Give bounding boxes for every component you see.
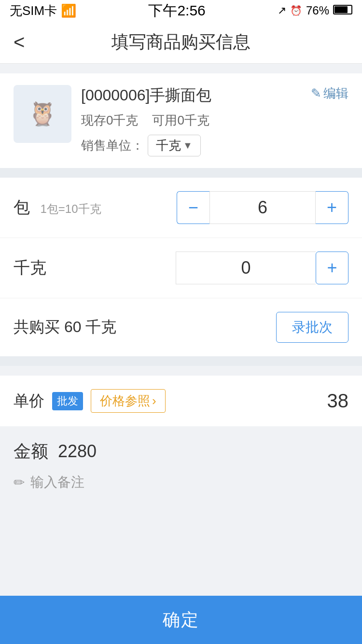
bao-label: 包 1包=10千克 — [14, 196, 177, 219]
unit-value: 千克 — [156, 137, 181, 154]
battery-icon — [333, 4, 352, 17]
kg-input-row: 千克 + — [0, 238, 362, 298]
product-card: 🦉 [0000006]手撕面包 现存0千克 可用0千克 销售单位： 千克 ▼ ✎… — [0, 73, 362, 168]
confirm-button[interactable]: 确定 — [0, 596, 362, 644]
stock-label: 现存0千克 — [81, 113, 138, 127]
product-info: [0000006]手撕面包 现存0千克 可用0千克 销售单位： 千克 ▼ — [81, 85, 348, 156]
price-badge: 批发 — [52, 392, 83, 410]
edit-label: 编辑 — [323, 85, 348, 102]
edit-icon: ✎ — [311, 86, 321, 101]
battery-label: 76% — [306, 4, 329, 17]
status-right: ↗ ⏰ 76% — [278, 4, 352, 17]
section-divider-1 — [0, 168, 362, 178]
amount-row: 金额 2280 — [14, 440, 348, 463]
edit-button[interactable]: ✎ 编辑 — [311, 85, 348, 102]
kg-input[interactable] — [176, 252, 316, 284]
note-label: 输入备注 — [30, 473, 84, 491]
price-label: 单价 — [14, 391, 44, 412]
product-stock: 现存0千克 可用0千克 — [81, 112, 348, 129]
note-row[interactable]: ✏ 输入备注 — [14, 473, 348, 491]
amount-label: 金额 — [14, 441, 48, 461]
carrier-label: 无SIM卡 — [10, 2, 57, 19]
page-title: 填写商品购买信息 — [111, 30, 251, 54]
pencil-icon: ✏ — [14, 475, 25, 490]
price-ref-label: 价格参照 — [100, 392, 150, 409]
bao-input[interactable] — [209, 191, 316, 224]
available-label: 可用0千克 — [152, 113, 209, 127]
price-value: 38 — [327, 390, 349, 412]
product-unit-row: 销售单位： 千克 ▼ — [81, 135, 348, 156]
section-divider-2 — [0, 356, 362, 366]
amount-section: 金额 2280 ✏ 输入备注 — [0, 426, 362, 499]
status-bar: 无SIM卡 📶 下午2:56 ↗ ⏰ 76% — [0, 0, 362, 21]
kg-controls: + — [176, 252, 348, 284]
unit-label: 销售单位： — [81, 137, 144, 154]
batch-button[interactable]: 录批次 — [276, 312, 348, 343]
kg-label-text: 千克 — [14, 258, 46, 277]
summary-row: 共购买 60 千克 录批次 — [0, 298, 362, 356]
bao-input-row: 包 1包=10千克 − + — [0, 178, 362, 238]
price-ref-button[interactable]: 价格参照 › — [91, 389, 166, 413]
location-icon: ↗ — [278, 4, 286, 17]
status-left: 无SIM卡 📶 — [10, 2, 76, 19]
alarm-icon: ⏰ — [290, 5, 302, 16]
price-section: 单价 批发 价格参照 › 38 — [0, 376, 362, 426]
kg-plus-button[interactable]: + — [316, 252, 348, 284]
bao-hint: 1包=10千克 — [40, 202, 101, 215]
price-left: 单价 批发 价格参照 › — [14, 389, 166, 413]
input-section: 包 1包=10千克 − + 千克 + — [0, 178, 362, 298]
summary-text: 共购买 60 千克 — [14, 317, 116, 338]
chevron-down-icon: ▼ — [183, 140, 193, 151]
amount-value: 2280 — [53, 441, 97, 461]
chevron-right-icon: › — [152, 393, 156, 408]
product-thumbnail: 🦉 — [14, 85, 71, 143]
bao-plus-button[interactable]: + — [316, 191, 348, 224]
product-name: [0000006]手撕面包 — [81, 85, 348, 106]
kg-label: 千克 — [14, 257, 176, 279]
bao-minus-button[interactable]: − — [177, 191, 209, 224]
bottom-spacer — [0, 499, 362, 557]
bao-label-text: 包 — [14, 198, 30, 216]
back-button[interactable]: < — [14, 31, 25, 53]
nav-bar: < 填写商品购买信息 — [0, 21, 362, 64]
time-label: 下午2:56 — [148, 1, 205, 21]
bao-controls: − + — [177, 191, 348, 224]
product-logo-icon: 🦉 — [28, 100, 57, 127]
unit-select[interactable]: 千克 ▼ — [148, 135, 201, 156]
wifi-icon: 📶 — [61, 3, 76, 18]
